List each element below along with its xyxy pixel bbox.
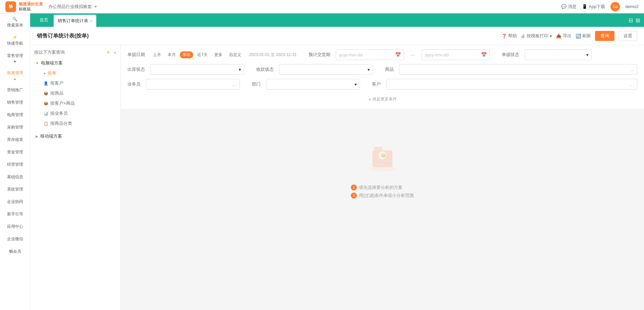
user-avatar[interactable]: Ea	[610, 2, 620, 11]
tree-child-by-goods[interactable]: 📦 按商品	[33, 88, 118, 98]
salesperson-input[interactable]: …	[146, 79, 240, 90]
query-button[interactable]: 查询	[595, 31, 614, 41]
collapse-btn[interactable]: ∧ 收起更多条件	[127, 94, 637, 105]
tab-maximize-icon[interactable]: ⊞	[636, 17, 640, 23]
customer-search-input[interactable]	[389, 82, 630, 87]
filter-row-2: 出库状态 ▾ 收款状态 ▾ 商品	[127, 64, 637, 75]
sidebar-item-system[interactable]: 系统管理	[0, 183, 30, 196]
sidebar-item-management[interactable]: 经营管理	[0, 158, 30, 171]
expected-date-start[interactable]: 📅	[336, 49, 404, 60]
export-btn[interactable]: 📤 导出	[556, 33, 572, 39]
by-cg-icon: 📦	[44, 101, 48, 106]
expected-date-start-input[interactable]	[339, 52, 395, 57]
date-option-last-month[interactable]: 上月	[150, 51, 164, 58]
wholesale-arrow-icon: ▲	[13, 77, 17, 81]
salesperson-search-input[interactable]	[149, 82, 232, 87]
tree-parent-mobile[interactable]: ▶ 移动端方案	[33, 131, 118, 141]
sidebar-item-ecommerce[interactable]: 电商管理	[0, 109, 30, 121]
refresh-btn[interactable]: 🔄 刷新	[576, 33, 591, 39]
expected-date-end[interactable]: 📅	[422, 49, 490, 60]
company-subtitle: 标账版	[19, 7, 43, 11]
top-bar-right: 💬 消息 📱 App下载 Ea demo2	[561, 2, 639, 11]
by-salesperson-icon: 📊	[44, 111, 48, 116]
page-actions: ❓ 帮助 🖨 按模板打印 ▾ 📤 导出 🔄	[501, 31, 637, 41]
sidebar-item-basic[interactable]: 基础信息	[0, 171, 30, 183]
sidebar-item-inventory[interactable]: 库存核算	[0, 134, 30, 146]
tree-child-by-order[interactable]: ● 按单	[33, 68, 118, 78]
customer-input[interactable]: …	[386, 79, 637, 90]
goods-input[interactable]: …	[399, 64, 637, 75]
sidebar-item-search[interactable]: 🔍 搜索菜单	[0, 13, 30, 32]
print-dropdown-icon: ▾	[550, 34, 552, 39]
sidebar-item-marketing[interactable]: 营销推广	[0, 84, 30, 96]
panel-title-label: 按以下方案查询	[34, 49, 65, 55]
empty-state: 😊 1 请先选择要分析的方案 2 用[过滤]条件来缩小分析	[121, 110, 644, 227]
filter-content-area: 单据日期 上月 本月 本年 近7天 更多 自定义 2023-01-01 至 20…	[121, 45, 644, 310]
tab-sales-stats[interactable]: 销售订单统计表 ×	[54, 15, 96, 27]
hint-list: 1 请先选择要分析的方案 2 用[过滤]条件来缩小分析范围	[351, 183, 414, 201]
tree-mobile-expand-icon: ▶	[36, 135, 38, 138]
date-option-this-year[interactable]: 本年	[180, 51, 193, 58]
message-btn[interactable]: 💬 消息	[561, 4, 577, 10]
date-option-custom[interactable]: 自定义	[226, 51, 244, 58]
help-btn[interactable]: ❓ 帮助	[501, 33, 517, 39]
status-select[interactable]: ▾	[525, 49, 592, 60]
print-btn[interactable]: 🖨 按模板打印 ▾	[521, 33, 552, 39]
department-select[interactable]: ▾	[266, 79, 360, 90]
salesperson-more-icon[interactable]: …	[232, 82, 237, 87]
add-scheme-btn[interactable]: +	[107, 49, 110, 55]
main-layout: 🔍 搜索菜单 ⚡ 快捷导航 零售管理 ▼ 批发管理 ▲ 营销推广 销售管理 电商…	[0, 13, 644, 310]
panel-toolbar: 按以下方案查询 + «	[30, 49, 120, 58]
industry-dropdown-icon[interactable]: ▾	[95, 4, 97, 9]
date-range-text: 2023-01-01 至 2023-12-31	[249, 52, 297, 58]
page-header: 销售订单统计表(按单) ❓ 帮助 🖨 按模板打印 ▾ 📤	[30, 27, 644, 45]
message-icon: 💬	[561, 4, 567, 9]
tree-child-by-salesperson[interactable]: 📊 按业务员	[33, 108, 118, 118]
sidebar-item-wholesale[interactable]: 批发管理 ▲	[0, 67, 30, 84]
sidebar-item-wechat[interactable]: 企业微信	[0, 233, 30, 245]
shipment-label: 出库状态	[127, 66, 145, 72]
sidebar-item-shortcuts[interactable]: ⚡ 快捷导航	[0, 32, 30, 50]
refresh-icon: 🔄	[576, 34, 581, 39]
sidebar: 🔍 搜索菜单 ⚡ 快捷导航 零售管理 ▼ 批发管理 ▲ 营销推广 销售管理 电商…	[0, 13, 30, 310]
sidebar-item-member[interactable]: 畅会员	[0, 245, 30, 258]
sidebar-item-retail[interactable]: 零售管理 ▼	[0, 50, 30, 67]
sidebar-item-appcenter[interactable]: 应用中心	[0, 220, 30, 233]
tab-minimize-icon[interactable]: ⊟	[629, 17, 633, 23]
date-option-more[interactable]: 更多	[212, 51, 225, 58]
svg-text:😊: 😊	[381, 153, 386, 158]
status-label: 单据状态	[502, 52, 519, 58]
filter-row-3: 业务员 … 部门 ▾ 客户	[127, 79, 637, 90]
shipment-dropdown-icon: ▾	[239, 67, 241, 72]
filter-row-1: 单据日期 上月 本月 本年 近7天 更多 自定义 2023-01-01 至 20…	[127, 49, 637, 60]
expected-date-end-input[interactable]	[425, 52, 481, 57]
date-option-7days[interactable]: 近7天	[195, 51, 210, 58]
goods-label: 商品	[385, 66, 394, 72]
page-content: 销售订单统计表(按单) ❓ 帮助 🖨 按模板打印 ▾ 📤	[30, 27, 644, 310]
shipment-select[interactable]: ▾	[150, 64, 244, 75]
tab-home[interactable]: 首页	[34, 13, 54, 27]
tab-close-icon[interactable]: ×	[90, 19, 92, 23]
payment-select[interactable]: ▾	[279, 64, 373, 75]
date-option-this-month[interactable]: 本月	[165, 51, 178, 58]
sidebar-item-sales[interactable]: 销售管理	[0, 96, 30, 109]
tree-parent-pc[interactable]: ▼ 电脑端方案	[33, 58, 118, 68]
setting-button[interactable]: 设置	[619, 31, 637, 41]
goods-more-icon[interactable]: …	[630, 67, 634, 72]
sidebar-item-enterprise[interactable]: 企业协同	[0, 196, 30, 208]
sidebar-item-finance[interactable]: 资金管理	[0, 146, 30, 158]
goods-search-input[interactable]	[402, 67, 630, 72]
tree-child-by-customer[interactable]: 👤 按客户	[33, 78, 118, 88]
collapse-panel-btn[interactable]: «	[114, 50, 116, 55]
payment-dropdown-icon: ▾	[368, 67, 370, 72]
tree-child-by-customer-goods[interactable]: 📦 按客户+商品	[33, 98, 118, 108]
tree-child-by-category[interactable]: 📋 按商品分类	[33, 118, 118, 128]
sidebar-item-newbie[interactable]: 新手引导	[0, 208, 30, 220]
app-download-btn[interactable]: 📱 App下载	[582, 4, 605, 10]
search-icon: 🔍	[12, 17, 17, 21]
customer-more-icon[interactable]: …	[630, 82, 634, 87]
industry-name: 办公用品行业模拟账套	[48, 4, 92, 10]
date-label: 单据日期	[127, 52, 145, 58]
sidebar-item-purchase[interactable]: 采购管理	[0, 121, 30, 134]
hint-item-1: 1 请先选择要分析的方案	[351, 185, 414, 191]
